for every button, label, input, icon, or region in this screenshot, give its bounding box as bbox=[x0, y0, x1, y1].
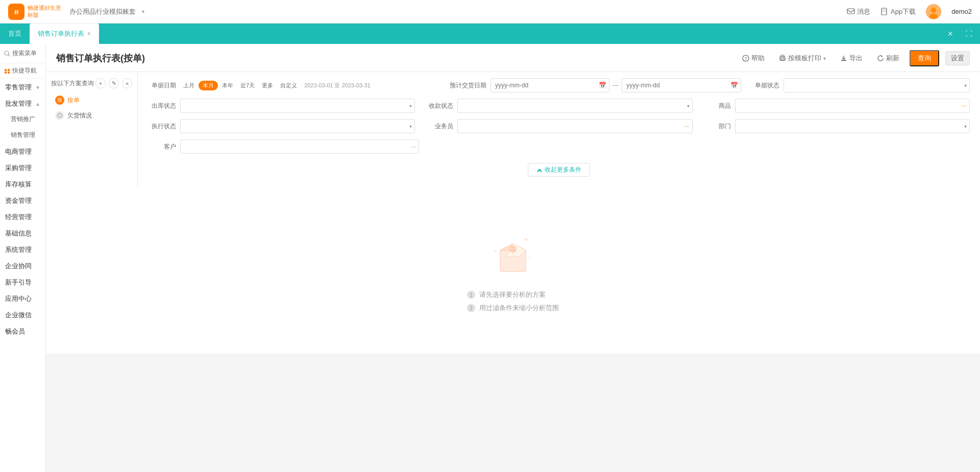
svg-text:好: 好 bbox=[14, 10, 19, 15]
doc-status-control: ▾ bbox=[783, 78, 970, 92]
delivery-end-input[interactable] bbox=[622, 78, 741, 92]
goods-input[interactable] bbox=[735, 99, 970, 113]
print-btn[interactable]: 按模板打印 ▾ bbox=[775, 52, 830, 65]
sidebar-search[interactable]: 搜索菜单 bbox=[0, 44, 45, 63]
filter-row-3: 执行状态 ▾ 业务员 ··· bbox=[148, 119, 970, 133]
filter-item-goods: 商品 ··· bbox=[703, 99, 970, 113]
svg-text:✦: ✦ bbox=[524, 236, 529, 243]
date-tab-more[interactable]: 更多 bbox=[259, 81, 276, 90]
sidebar-quick-nav[interactable]: 快捷导航 bbox=[0, 63, 45, 79]
refresh-btn[interactable]: 刷新 bbox=[873, 52, 903, 65]
logo-icon: 好 bbox=[8, 4, 24, 20]
filter-item-salesperson: 业务员 ··· bbox=[425, 119, 692, 133]
sidebar-group-cooperation[interactable]: 企业协同 bbox=[0, 257, 45, 274]
nav-icon bbox=[4, 68, 10, 74]
edit-scheme-btn[interactable]: ✎ bbox=[109, 78, 119, 88]
svg-point-31 bbox=[513, 248, 515, 249]
export-btn[interactable]: 导出 bbox=[836, 52, 867, 65]
tab-home[interactable]: 首页 bbox=[0, 23, 30, 44]
svg-point-30 bbox=[511, 248, 512, 249]
empty-tip-2: 2 用过滤条件来缩小分析范围 bbox=[467, 303, 559, 313]
sidebar-group-system[interactable]: 系统管理 bbox=[0, 241, 45, 257]
tab-maximize-btn[interactable]: ⛶ bbox=[962, 27, 976, 41]
logo-text: 畅捷通好生意 标版 bbox=[28, 5, 61, 18]
collapse-btn[interactable]: 收起更多条件 bbox=[528, 163, 590, 177]
collapse-row: 收起更多条件 bbox=[148, 160, 970, 182]
svg-text:✦: ✦ bbox=[494, 248, 498, 253]
delivery-status-select[interactable] bbox=[180, 99, 415, 113]
tab-bar-actions: ✕ ⛶ bbox=[943, 27, 980, 41]
app-download-action[interactable]: App下载 bbox=[880, 7, 916, 16]
delivery-start-input[interactable] bbox=[491, 78, 609, 92]
salesperson-input[interactable] bbox=[457, 119, 692, 133]
date-tab-this-year[interactable]: 本年 bbox=[219, 81, 236, 90]
exec-status-control: ▾ bbox=[180, 119, 415, 133]
date-tab-this-month[interactable]: 本月 bbox=[199, 81, 218, 90]
sidebar: 搜索菜单 快捷导航 零售管理 ▼ 批发管理 ▲ 营销推广 销售管理 bbox=[0, 44, 46, 472]
exec-status-select[interactable] bbox=[180, 119, 415, 133]
filter-row-1: 单据日期 上月 本月 本年 近7天 更多 自定义 2023-03-01 至 20… bbox=[148, 78, 970, 92]
add-scheme-btn[interactable]: + bbox=[95, 78, 106, 88]
sidebar-group-vip[interactable]: 畅会员 bbox=[0, 323, 45, 339]
svg-point-7 bbox=[929, 14, 938, 19]
user-name[interactable]: demo2 bbox=[951, 8, 972, 15]
filter-option-by-order[interactable]: 按 按单 bbox=[51, 92, 132, 108]
avatar[interactable] bbox=[926, 4, 941, 19]
date-tab-last7[interactable]: 近7天 bbox=[237, 81, 258, 90]
date-range-text: 2023-03-01 至 2023-03-31 bbox=[304, 82, 371, 89]
tab-bar: 首页 销售订单执行表 × ✕ ⛶ bbox=[0, 23, 980, 44]
help-btn[interactable]: ? 帮助 bbox=[738, 52, 769, 65]
customer-input[interactable] bbox=[180, 139, 419, 154]
logo-area[interactable]: 好 畅捷通好生意 标版 bbox=[8, 4, 61, 20]
payment-status-select[interactable] bbox=[457, 99, 692, 113]
filter-sidebar: 按以下方案查询 + ✎ « 按 bbox=[46, 72, 138, 188]
tab-close-window-btn[interactable]: ✕ bbox=[943, 27, 958, 41]
print-dropdown-icon[interactable]: ▾ bbox=[823, 56, 826, 61]
settings-btn[interactable]: 设置 bbox=[945, 51, 970, 65]
salesperson-label: 业务员 bbox=[425, 122, 453, 131]
sidebar-group-basic[interactable]: 基础信息 bbox=[0, 225, 45, 241]
tip-num-1: 1 bbox=[467, 291, 475, 299]
svg-rect-13 bbox=[8, 72, 10, 74]
sidebar-item-sales[interactable]: 销售管理 bbox=[0, 127, 45, 143]
sidebar-group-ecommerce[interactable]: 电商管理 bbox=[0, 143, 45, 159]
print-icon bbox=[779, 55, 786, 62]
search-icon bbox=[4, 51, 10, 57]
customer-control: ··· bbox=[180, 139, 419, 154]
sidebar-group-wholesale[interactable]: 批发管理 ▲ bbox=[0, 95, 45, 111]
sidebar-item-marketing[interactable]: 营销推广 bbox=[0, 111, 45, 127]
filter-item-exec-status: 执行状态 ▾ bbox=[148, 119, 415, 133]
message-action[interactable]: 消息 bbox=[847, 7, 870, 16]
search-btn[interactable]: 查询 bbox=[910, 50, 939, 66]
department-select[interactable] bbox=[735, 119, 970, 133]
svg-rect-19 bbox=[841, 60, 846, 61]
app-dropdown-icon[interactable]: ▾ bbox=[142, 9, 144, 14]
empty-tips: 1 请先选择要分析的方案 2 用过滤条件来缩小分析范围 bbox=[467, 290, 559, 313]
sidebar-group-purchase[interactable]: 采购管理 bbox=[0, 159, 45, 176]
sidebar-group-finance[interactable]: 资金管理 bbox=[0, 192, 45, 208]
sidebar-group-retail[interactable]: 零售管理 ▼ bbox=[0, 79, 45, 95]
svg-point-8 bbox=[5, 51, 9, 55]
tab-sales-exec[interactable]: 销售订单执行表 × bbox=[30, 23, 99, 44]
sidebar-group-appstore[interactable]: 应用中心 bbox=[0, 290, 45, 306]
date-tabs: 上月 本月 本年 近7天 更多 自定义 bbox=[180, 81, 300, 90]
date-tab-last-month[interactable]: 上月 bbox=[180, 81, 198, 90]
wholesale-expand-icon: ▲ bbox=[35, 101, 40, 107]
date-label: 单据日期 bbox=[148, 81, 176, 90]
sidebar-group-operations[interactable]: 经营管理 bbox=[0, 208, 45, 225]
filter-option-arrears[interactable]: 欠货情况 bbox=[51, 108, 132, 123]
sidebar-group-inventory[interactable]: 库存核算 bbox=[0, 176, 45, 192]
svg-text:?: ? bbox=[744, 56, 747, 61]
tab-close-icon[interactable]: × bbox=[87, 30, 91, 37]
arrears-icon bbox=[55, 111, 64, 120]
date-tab-custom[interactable]: 自定义 bbox=[277, 81, 300, 90]
collapse-sidebar-btn[interactable]: « bbox=[122, 78, 132, 88]
sidebar-group-guide[interactable]: 新手引导 bbox=[0, 274, 45, 290]
svg-point-21 bbox=[58, 114, 61, 117]
doc-status-select[interactable] bbox=[783, 78, 970, 92]
top-bar-left: 好 畅捷通好生意 标版 办公用品行业模拟账套 ▾ bbox=[8, 4, 144, 20]
department-label: 部门 bbox=[703, 122, 731, 131]
sidebar-group-wechat[interactable]: 企业微信 bbox=[0, 306, 45, 323]
filter-item-date: 单据日期 上月 本月 本年 近7天 更多 自定义 2023-03-01 至 20… bbox=[148, 81, 439, 90]
filter-item-delivery-status: 出库状态 ▾ bbox=[148, 99, 415, 113]
